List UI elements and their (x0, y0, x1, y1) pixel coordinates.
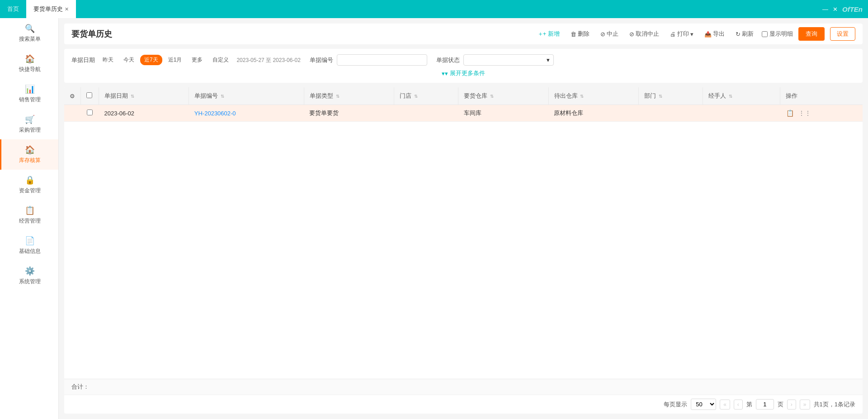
status-dropdown-icon: ▾ (547, 57, 550, 63)
sidebar-item-sales[interactable]: 📊 销售管理 (0, 79, 58, 109)
th-docno[interactable]: 单据编号 ⇅ (189, 87, 304, 105)
row-actions: 📋 ⋮⋮ (780, 105, 863, 122)
select-all-checkbox[interactable] (86, 92, 92, 98)
top-bar: 首页 要货单历史 ✕ — ✕ OfTEn (0, 0, 868, 18)
sort-store-icon: ⇅ (414, 94, 418, 99)
minimize-icon[interactable]: — (822, 6, 828, 13)
display-detail-input[interactable] (762, 31, 768, 37)
sort-reqwarehouse-icon: ⇅ (490, 94, 494, 99)
th-pending-warehouse[interactable]: 待出仓库 ⇅ (548, 87, 638, 105)
close-tab-icon[interactable]: ✕ (65, 6, 69, 12)
print-button[interactable]: 🖨 打印 ▾ (667, 28, 696, 40)
sort-pendingwarehouse-icon: ⇅ (580, 94, 584, 99)
gear-icon: ⚙️ (25, 266, 35, 276)
date-range-text: 2023-05-27 至 2023-06-02 (236, 57, 300, 64)
status-filter-label: 单据状态 (436, 56, 460, 64)
document-icon: 📄 (25, 236, 35, 246)
sidebar-item-purchase[interactable]: 🛒 采购管理 (0, 109, 58, 139)
first-page-btn[interactable]: « (720, 400, 730, 409)
export-button[interactable]: 📤 导出 (702, 28, 727, 40)
row-handler (703, 105, 780, 122)
sort-docno-icon: ⇅ (221, 94, 224, 99)
sidebar-item-inventory[interactable]: 🏠 库存核算 (0, 139, 58, 170)
docno-filter-group: 单据编号 (310, 54, 427, 66)
brand-label: OfTEn (842, 5, 863, 13)
sort-date-icon: ⇅ (131, 94, 134, 99)
row-docno[interactable]: YH-20230602-0 (189, 105, 304, 122)
stop-button[interactable]: ⊘ 中止 (598, 28, 621, 40)
window-controls: — ✕ OfTEn (822, 5, 868, 13)
warehouse-icon: 🏠 (25, 145, 35, 155)
row-pending-warehouse: 原材料仓库 (548, 105, 638, 122)
add-button[interactable]: ＋ + 新增 (535, 28, 562, 40)
expand-more-icon: ▾▾ (442, 70, 448, 77)
sidebar: 🔍 搜索菜单 🏠 快捷导航 📊 销售管理 🛒 采购管理 🏠 库存核算 🔒 资金管… (0, 18, 59, 419)
status-select[interactable]: ▾ (463, 54, 554, 66)
delete-button[interactable]: 🗑 删除 (568, 28, 592, 40)
search-icon: 🔍 (25, 24, 35, 33)
tab-requisition-history[interactable]: 要货单历史 ✕ (26, 0, 76, 18)
refresh-icon: ↻ (736, 31, 741, 38)
print-icon: 🖨 (670, 31, 676, 38)
per-page-select[interactable]: 20 50 100 (691, 399, 716, 410)
date-btn-yesterday[interactable]: 昨天 (99, 55, 118, 65)
date-btn-today[interactable]: 今天 (119, 55, 138, 65)
content-area: 要货单历史 ＋ + 新增 🗑 删除 ⊘ 中止 ⊘ 取消中止 (59, 18, 868, 419)
date-btn-7days[interactable]: 近7天 (140, 55, 162, 65)
row-checkbox[interactable] (87, 110, 93, 115)
filter-row: 单据日期 昨天 今天 近7天 近1月 更多 自定义 2023-05-27 至 2… (71, 54, 855, 66)
docno-input[interactable] (337, 54, 427, 66)
row-edit-icon[interactable]: 📋 (785, 109, 795, 118)
sidebar-item-basic[interactable]: 📄 基础信息 (0, 230, 58, 261)
sort-dept-icon: ⇅ (659, 94, 662, 99)
settings-button[interactable]: 设置 (830, 27, 855, 41)
row-department (639, 105, 703, 122)
prev-page-btn[interactable]: ‹ (734, 400, 743, 409)
date-btn-custom[interactable]: 自定义 (208, 55, 233, 65)
query-button[interactable]: 查询 (798, 27, 825, 41)
toolbar: ＋ + 新增 🗑 删除 ⊘ 中止 ⊘ 取消中止 🖨 打印 (535, 27, 855, 41)
chart-icon: 📊 (25, 84, 35, 94)
sidebar-item-operation[interactable]: 📋 经营管理 (0, 200, 58, 230)
close-window-icon[interactable]: ✕ (833, 6, 838, 13)
cart-icon: 🛒 (25, 114, 35, 124)
sidebar-item-quicknav[interactable]: 🏠 快捷导航 (0, 48, 58, 79)
th-req-warehouse[interactable]: 要货仓库 ⇅ (458, 87, 548, 105)
sort-handler-icon: ⇅ (729, 94, 732, 99)
next-page-btn[interactable]: › (787, 400, 796, 409)
cancel-stop-icon: ⊘ (629, 31, 634, 38)
lock-icon: 🔒 (25, 175, 35, 185)
pagination: 每页显示 20 50 100 « ‹ 第 页 › » 共1页，1条记录 (64, 395, 863, 414)
th-date[interactable]: 单据日期 ⇅ (99, 87, 189, 105)
refresh-button[interactable]: ↻ 刷新 (733, 28, 756, 40)
table-row[interactable]: 2023-06-02 YH-20230602-0 要货单要货 车间库 原材料仓库 (64, 105, 863, 122)
th-handler[interactable]: 经手人 ⇅ (703, 87, 780, 105)
th-actions: 操作 (780, 87, 863, 105)
date-filter-group: 单据日期 昨天 今天 近7天 近1月 更多 自定义 2023-05-27 至 2… (71, 55, 301, 65)
last-page-btn[interactable]: » (800, 400, 810, 409)
cancel-stop-button[interactable]: ⊘ 取消中止 (627, 28, 662, 40)
page-input[interactable] (756, 399, 774, 409)
date-btn-1month[interactable]: 近1月 (164, 55, 186, 65)
page-header: 要货单历史 ＋ + 新增 🗑 删除 ⊘ 中止 ⊘ 取消中止 (64, 24, 863, 44)
th-department[interactable]: 部门 ⇅ (639, 87, 703, 105)
table-settings-th[interactable]: ⚙ (64, 87, 81, 105)
row-doctype: 要货单要货 (304, 105, 394, 122)
th-doctype[interactable]: 单据类型 ⇅ (304, 87, 394, 105)
summary-row: 合计： (64, 379, 863, 395)
expand-more-btn[interactable]: ▾▾ 展开更多条件 (71, 69, 855, 77)
filter-area: 单据日期 昨天 今天 近7天 近1月 更多 自定义 2023-05-27 至 2… (64, 49, 863, 83)
display-detail-checkbox[interactable]: 显示明细 (762, 30, 793, 38)
row-more-icon[interactable]: ⋮⋮ (797, 109, 812, 118)
sidebar-item-system[interactable]: ⚙️ 系统管理 (0, 261, 58, 291)
print-dropdown-icon: ▾ (690, 31, 693, 38)
delete-icon: 🗑 (571, 31, 576, 38)
table-select-all-th[interactable] (81, 87, 99, 105)
th-store[interactable]: 门店 ⇅ (394, 87, 458, 105)
tab-home[interactable]: 首页 (0, 0, 26, 18)
export-icon: 📤 (704, 31, 712, 38)
date-btn-more[interactable]: 更多 (188, 55, 207, 65)
sidebar-item-search[interactable]: 🔍 搜索菜单 (0, 18, 58, 48)
sidebar-item-finance[interactable]: 🔒 资金管理 (0, 170, 58, 200)
date-filter-label: 单据日期 (71, 56, 95, 64)
